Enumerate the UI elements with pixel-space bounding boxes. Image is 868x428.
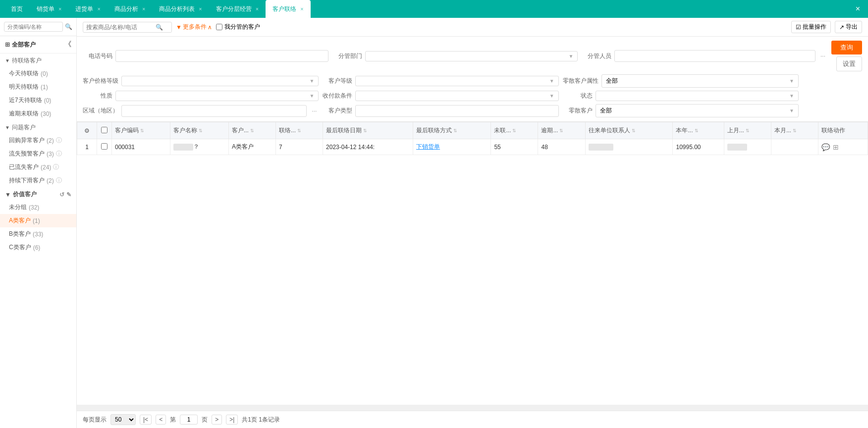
value-refresh-icon[interactable]: ↺ bbox=[59, 191, 64, 198]
th-last-contact-method: 最后联络方式⇅ bbox=[413, 122, 491, 139]
filter-phone: 电话号码 bbox=[83, 50, 328, 62]
close-product-analysis-icon[interactable]: × bbox=[142, 6, 145, 12]
contact-sort-icon: ⇅ bbox=[297, 128, 301, 133]
retail-attr-chevron: ▼ bbox=[789, 78, 794, 84]
info-icon-churned: ⓘ bbox=[53, 163, 59, 171]
next-page-button[interactable]: > bbox=[212, 415, 222, 425]
td-actions: 💬 ⊞ bbox=[818, 139, 868, 155]
horizontal-scrollbar[interactable] bbox=[77, 405, 868, 411]
setting-button[interactable]: 设置 bbox=[836, 56, 862, 71]
sidebar-item-ungrouped[interactable]: 未分组(32) bbox=[0, 201, 76, 214]
payment-label: 收付款条件 bbox=[323, 92, 352, 100]
qrcode-icon[interactable]: ⊞ bbox=[833, 143, 839, 151]
nav-customer-contact[interactable]: 客户联络 × bbox=[266, 0, 310, 18]
customer-level-select[interactable]: ▼ bbox=[355, 76, 558, 86]
close-purchase-order-icon[interactable]: × bbox=[97, 6, 100, 12]
customer-type-input[interactable] bbox=[355, 105, 558, 117]
my-customers-checkbox[interactable] bbox=[216, 24, 222, 30]
payment-select[interactable]: ▼ bbox=[355, 91, 558, 101]
gear-icon[interactable]: ⚙ bbox=[84, 127, 90, 134]
sidebar-item-repurchase-abnormal[interactable]: 回购异常客户(2) ⓘ bbox=[0, 134, 76, 147]
nature-chevron: ▼ bbox=[309, 93, 314, 99]
select-all-checkbox[interactable] bbox=[101, 127, 108, 133]
retail-customer-select[interactable]: 全部 ▼ bbox=[596, 104, 799, 117]
page-size-select[interactable]: 50 100 200 bbox=[110, 414, 136, 425]
sidebar-item-a-class[interactable]: A类客户(1) bbox=[0, 214, 76, 227]
sidebar-item-churned[interactable]: 已流失客户(24) ⓘ bbox=[0, 160, 76, 174]
region-input[interactable] bbox=[121, 105, 307, 117]
nav-purchase-order[interactable]: 进货单 × bbox=[68, 0, 107, 18]
dept-chevron-icon: ▼ bbox=[568, 54, 573, 59]
customer-type-label: 客户类型 bbox=[323, 107, 352, 115]
query-button[interactable]: 查询 bbox=[831, 41, 862, 54]
chat-icon[interactable]: 💬 bbox=[821, 143, 830, 151]
dept-select[interactable]: ▼ bbox=[365, 51, 578, 61]
filter-more-btn[interactable]: ▼ 更多条件 ∧ bbox=[176, 23, 212, 31]
table-header-row: ⚙ 客户编码⇅ 客户名称⇅ 客户...⇅ bbox=[77, 122, 868, 139]
batch-operation-button[interactable]: ☑ 批量操作 bbox=[791, 21, 831, 33]
table-area: ⚙ 客户编码⇅ 客户名称⇅ 客户...⇅ bbox=[77, 122, 868, 405]
value-edit-icon[interactable]: ✎ bbox=[66, 191, 71, 198]
page-end-label: 页 bbox=[202, 416, 208, 424]
retail-customer-chevron: ▼ bbox=[789, 108, 794, 113]
price-level-select[interactable]: ▼ bbox=[121, 76, 319, 86]
close-sales-order-icon[interactable]: × bbox=[58, 6, 61, 12]
close-customer-segment-icon[interactable]: × bbox=[256, 6, 259, 12]
close-all-tabs-button[interactable]: × bbox=[852, 4, 864, 13]
filter-row-2: 客户价格等级 ▼ 客户等级 ▼ 零散客户属性 全部 bbox=[83, 74, 862, 88]
sidebar-collapse-button[interactable]: 《 bbox=[64, 40, 71, 49]
this-month-sort-icon: ⇅ bbox=[793, 128, 797, 133]
name-sort-icon: ⇅ bbox=[199, 128, 203, 133]
filter-more-chevron: ∧ bbox=[208, 24, 212, 31]
person-more-button[interactable]: ··· bbox=[818, 51, 827, 61]
sidebar-item-c-class[interactable]: C类客户(6) bbox=[0, 241, 76, 254]
nav-home[interactable]: 首页 bbox=[4, 0, 30, 18]
sidebar-search-icon[interactable]: 🔍 bbox=[65, 23, 72, 30]
filter-customer-level: 客户等级 ▼ bbox=[323, 76, 558, 86]
sidebar-item-tomorrow-pending[interactable]: 明天待联络(1) bbox=[0, 80, 76, 94]
sidebar-item-7days-pending[interactable]: 近7天待联络(0) bbox=[0, 94, 76, 107]
overdue-sort-icon: ⇅ bbox=[559, 128, 563, 133]
last-page-button[interactable]: >| bbox=[226, 415, 238, 425]
sidebar: 🔍 ⊞ 全部客户 《 ▼ 待联络客户 今天待联络(0) 明天待联络(1) 近7天… bbox=[0, 18, 77, 428]
pending-arrow-icon: ▼ bbox=[5, 58, 10, 63]
filter-search-input[interactable] bbox=[86, 24, 156, 31]
my-customers-checkbox-wrap[interactable]: 我分管的客户 bbox=[216, 23, 260, 31]
row-checkbox[interactable] bbox=[101, 143, 108, 150]
close-product-analysis-list-icon[interactable]: × bbox=[199, 6, 202, 12]
person-input[interactable] bbox=[614, 50, 815, 62]
retail-attr-select[interactable]: 全部 ▼ bbox=[601, 74, 799, 88]
th-this-month: 本月...⇅ bbox=[771, 122, 818, 139]
sidebar-search-input[interactable] bbox=[4, 22, 63, 32]
last-month-blurred bbox=[727, 144, 747, 151]
last-contact-method-link[interactable]: 下销货单 bbox=[416, 143, 440, 150]
sidebar-item-today-pending[interactable]: 今天待联络(0) bbox=[0, 67, 76, 80]
sidebar-item-b-class[interactable]: B类客户(33) bbox=[0, 227, 76, 241]
prev-page-button[interactable]: < bbox=[156, 415, 166, 425]
query-btn-col: 查询 设置 bbox=[831, 41, 862, 71]
nav-product-analysis[interactable]: 商品分析 × bbox=[108, 0, 152, 18]
retail-attr-label: 零散客户属性 bbox=[563, 77, 598, 85]
region-more-button[interactable]: ··· bbox=[310, 106, 319, 116]
sidebar-all-customers[interactable]: ⊞ 全部客户 《 bbox=[0, 36, 76, 54]
filter-search-icon[interactable]: 🔍 bbox=[156, 24, 163, 31]
content-area: 🔍 ▼ 更多条件 ∧ 我分管的客户 ☑ 批量操作 ↗ 导出 bbox=[77, 18, 868, 428]
page-number-input[interactable] bbox=[180, 415, 198, 425]
export-button[interactable]: ↗ 导出 bbox=[835, 21, 862, 33]
first-page-button[interactable]: |< bbox=[140, 415, 152, 425]
td-last-month bbox=[724, 139, 771, 155]
nature-select[interactable]: ▼ bbox=[115, 91, 319, 101]
sidebar-item-declining[interactable]: 持续下滑客户(2) ⓘ bbox=[0, 174, 76, 187]
nav-customer-segment[interactable]: 客户分层经营 × bbox=[209, 0, 266, 18]
status-select[interactable]: ▼ bbox=[596, 91, 799, 101]
close-customer-contact-icon[interactable]: × bbox=[300, 6, 303, 12]
sidebar-item-churn-warning[interactable]: 流失预警客户(3) ⓘ bbox=[0, 147, 76, 160]
nav-product-analysis-list[interactable]: 商品分析列表 × bbox=[152, 0, 209, 18]
nav-sales-order[interactable]: 销货单 × bbox=[30, 0, 68, 18]
top-nav: 首页 销货单 × 进货单 × 商品分析 × 商品分析列表 × 客户分层经营 × … bbox=[0, 0, 868, 18]
sidebar-item-overdue-pending[interactable]: 逾期未联络(30) bbox=[0, 107, 76, 120]
td-last-contact-method: 下销货单 bbox=[413, 139, 491, 155]
value-arrow-icon: ▼ bbox=[5, 191, 11, 198]
phone-input[interactable] bbox=[115, 50, 328, 62]
customer-name-blurred bbox=[173, 144, 193, 151]
